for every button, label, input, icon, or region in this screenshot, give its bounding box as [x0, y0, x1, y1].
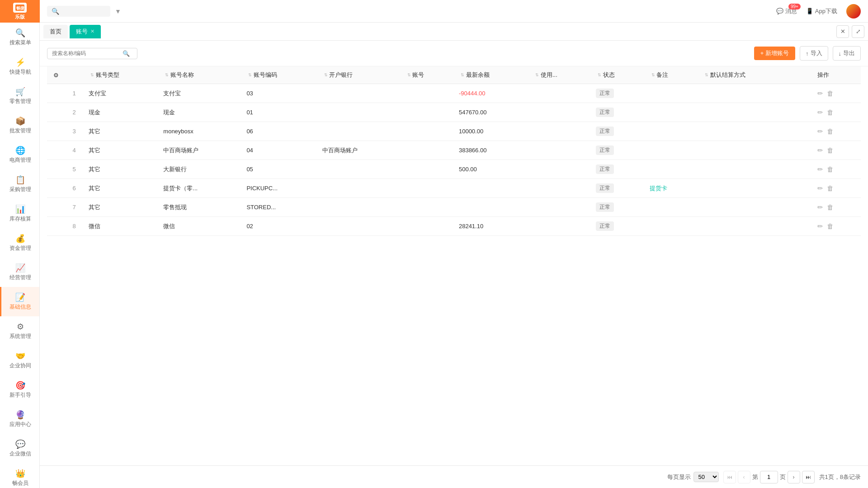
col-status[interactable]: ⇅ 状态 — [590, 66, 644, 84]
row-actions: ✏ 🗑 — [812, 198, 861, 217]
search-input[interactable] — [52, 50, 120, 56]
col-settings[interactable]: ⚙ — [47, 66, 65, 84]
add-account-button[interactable]: + 新增账号 — [754, 47, 795, 60]
delete-icon[interactable]: 🗑 — [827, 184, 834, 192]
edit-icon[interactable]: ✏ — [817, 89, 823, 98]
delete-icon[interactable]: 🗑 — [827, 222, 834, 230]
sidebar-item-enterprise-wechat[interactable]: 💬 企业微信 — [0, 434, 39, 463]
row-name: 支付宝 — [158, 84, 241, 103]
sidebar-item-retail-mgmt[interactable]: 🛒 零售管理 — [0, 81, 39, 111]
table-row: 5 其它 大新银行 05 500.00 正常 ✏ 🗑 — [47, 160, 861, 179]
col-code[interactable]: ⇅ 账号编码 — [241, 66, 316, 84]
sidebar-item-enterprise-agreement[interactable]: 🤝 企业协同 — [0, 346, 39, 375]
edit-icon[interactable]: ✏ — [817, 127, 823, 136]
col-account[interactable]: ⇅ 账号 — [400, 66, 453, 84]
sidebar-item-system-mgmt[interactable]: ⚙ 系统管理 — [0, 316, 39, 346]
edit-icon[interactable]: ✏ — [817, 108, 823, 117]
table-row: 1 支付宝 支付宝 03 -90444.00 正常 ✏ 🗑 — [47, 84, 861, 103]
delete-icon[interactable]: 🗑 — [827, 203, 834, 211]
row-code: PICKUPC... — [241, 179, 316, 198]
tab-account[interactable]: 账号 ✕ — [70, 25, 101, 38]
edit-icon[interactable]: ✏ — [817, 165, 823, 174]
user-avatar[interactable] — [846, 4, 861, 19]
per-page-select[interactable]: 102050100 — [693, 472, 719, 482]
search-box[interactable]: 🔍 — [47, 48, 137, 59]
accounts-table: ⚙ ⇅ 账号类型 ⇅ 账号名称 ⇅ 账号编码 — [47, 66, 861, 236]
app-center-icon: 🔮 — [15, 410, 25, 420]
prev-page-button[interactable]: ‹ — [738, 471, 750, 483]
page-number-input[interactable] — [760, 471, 778, 483]
edit-icon[interactable]: ✏ — [817, 222, 823, 230]
row-usage — [528, 141, 590, 160]
sidebar-item-vip-member[interactable]: 👑 畅会员 — [0, 463, 39, 488]
last-page-button[interactable]: ⏭ — [802, 471, 815, 483]
import-icon: ↑ — [806, 50, 809, 57]
next-page-button[interactable]: › — [788, 471, 800, 483]
row-index: 1 — [65, 84, 83, 103]
delete-icon[interactable]: 🗑 — [827, 108, 834, 117]
row-settings — [47, 122, 65, 141]
sidebar-item-operation-mgmt[interactable]: 📈 经营管理 — [0, 258, 39, 287]
top-header-dropdown-icon[interactable]: ▼ — [115, 8, 121, 15]
search-icon[interactable]: 🔍 — [123, 50, 130, 57]
sidebar-item-label: 电商管理 — [9, 156, 31, 164]
sidebar-item-search-menu[interactable]: 🔍 搜索菜单 — [0, 23, 39, 52]
delete-icon[interactable]: 🗑 — [827, 146, 834, 155]
row-bank — [317, 122, 400, 141]
edit-icon[interactable]: ✏ — [817, 203, 823, 211]
col-usage[interactable]: ⇅ 使用... — [528, 66, 590, 84]
sidebar-item-basic-info[interactable]: 📝 基础信息 — [0, 287, 39, 316]
top-search-box[interactable]: 🔍 — [47, 6, 110, 17]
app-download-button[interactable]: 📱 App下载 — [806, 7, 837, 15]
col-type[interactable]: ⇅ 账号类型 — [83, 66, 158, 84]
sidebar-item-label: 搜索菜单 — [9, 39, 31, 47]
row-bank: 中百商场账户 — [317, 141, 400, 160]
sidebar-item-finance-mgmt[interactable]: 💰 资金管理 — [0, 228, 39, 258]
sidebar-item-wholesale-mgmt[interactable]: 📦 批发管理 — [0, 111, 39, 140]
sidebar-item-quick-nav[interactable]: ⚡ 快捷导航 — [0, 52, 39, 81]
row-note — [644, 198, 698, 217]
first-page-button[interactable]: ⏮ — [723, 471, 736, 483]
row-actions: ✏ 🗑 — [812, 122, 861, 141]
edit-icon[interactable]: ✏ — [817, 184, 823, 192]
sidebar-item-label: 零售管理 — [9, 98, 31, 105]
col-type-sort-icon: ⇅ — [90, 73, 94, 77]
col-balance[interactable]: ⇅ 最新余额 — [453, 66, 528, 84]
col-name[interactable]: ⇅ 账号名称 — [158, 66, 241, 84]
row-note — [644, 217, 698, 236]
sidebar-item-ecommerce-mgmt[interactable]: 🌐 电商管理 — [0, 140, 39, 169]
sidebar-item-inventory[interactable]: 📊 库存核算 — [0, 199, 39, 228]
import-button[interactable]: ↑ 导入 — [800, 46, 828, 61]
col-settlement[interactable]: ⇅ 默认结算方式 — [698, 66, 812, 84]
tab-close-icon[interactable]: ✕ — [90, 28, 94, 34]
col-note[interactable]: ⇅ 备注 — [644, 66, 698, 84]
row-account — [400, 103, 453, 122]
row-balance: 383866.00 — [453, 141, 528, 160]
row-name: 中百商场账户 — [158, 141, 241, 160]
tab-maximize-button[interactable]: ⤢ — [852, 25, 864, 38]
delete-icon[interactable]: 🗑 — [827, 89, 834, 98]
delete-icon[interactable]: 🗑 — [827, 165, 834, 174]
export-button[interactable]: ↓ 导出 — [833, 46, 861, 61]
tab-home[interactable]: 首页 — [43, 25, 68, 38]
col-bank[interactable]: ⇅ 开户银行 — [317, 66, 400, 84]
delete-icon[interactable]: 🗑 — [827, 127, 834, 136]
sidebar-item-app-center[interactable]: 🔮 应用中心 — [0, 404, 39, 434]
sidebar-item-purchase-mgmt[interactable]: 📋 采购管理 — [0, 169, 39, 199]
top-search-input[interactable] — [62, 8, 107, 14]
edit-icon[interactable]: ✏ — [817, 146, 823, 155]
page-input-area: 第 页 — [752, 471, 786, 483]
col-settlement-sort-icon: ⇅ — [705, 73, 708, 77]
sidebar-item-label: 新手引导 — [9, 391, 31, 399]
table-body: 1 支付宝 支付宝 03 -90444.00 正常 ✏ 🗑 2 现金 现金 01 — [47, 84, 861, 236]
notification-button[interactable]: 💬 消息 99+ — [776, 7, 797, 15]
operation-mgmt-icon: 📈 — [15, 263, 25, 273]
row-status: 正常 — [590, 103, 644, 122]
sidebar-item-newbie-guide[interactable]: 🎯 新手引导 — [0, 375, 39, 404]
col-usage-sort-icon: ⇅ — [535, 73, 539, 77]
row-type: 支付宝 — [83, 84, 158, 103]
export-label: 导出 — [843, 49, 855, 57]
sidebar: 畅捷 乐版 🔍 搜索菜单 ⚡ 快捷导航 🛒 零售管理 📦 批发管理 🌐 电商管理… — [0, 0, 40, 488]
tab-close-window-button[interactable]: ✕ — [836, 25, 849, 38]
app-logo[interactable]: 畅捷 乐版 — [0, 0, 40, 23]
